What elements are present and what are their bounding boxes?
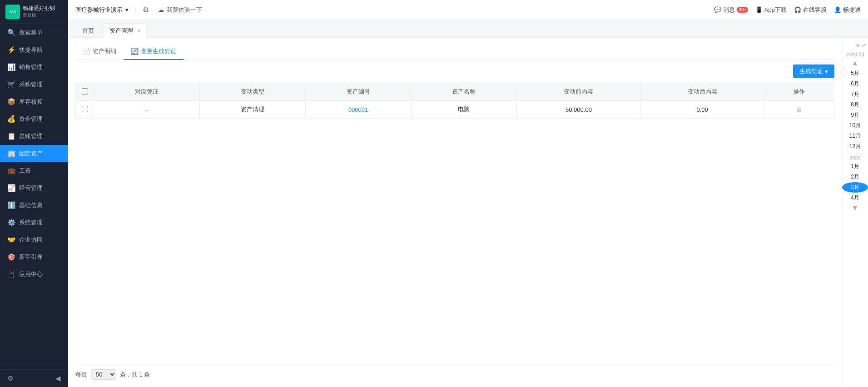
month-item[interactable]: 7月 [842, 89, 868, 99]
sidebar-label-salary: 工资 [19, 167, 31, 175]
logo-sub: 普及版 [23, 12, 55, 19]
month-item[interactable]: 4月 [842, 193, 868, 203]
sidebar-item-salary[interactable]: 💼 工资 [0, 162, 68, 179]
user-btn[interactable]: 👤 畅捷通 [834, 6, 861, 14]
company-chevron-icon: ▾ [125, 6, 129, 13]
topbar: 医疗器械行业演示 ▾ | ⚙ ☁ 我要体验一下 💬 消息 99+ 📱 App下载… [68, 0, 868, 20]
user-label: 畅捷通 [843, 6, 861, 14]
sidebar-icon-sales: 📊 [7, 63, 15, 71]
row-checkbox-0[interactable] [82, 106, 88, 112]
month-item[interactable]: 11月 [842, 131, 868, 141]
sidebar-footer: ⚙ ◀ [0, 369, 68, 387]
company-selector[interactable]: 医疗器械行业演示 ▾ [75, 6, 129, 14]
messages-label: 消息 [723, 6, 735, 14]
sidebar-item-appcenter[interactable]: 📱 应用中心 [0, 266, 68, 283]
topbar-right: 💬 消息 99+ 📱 App下载 🎧 在线客服 👤 畅捷通 [714, 6, 861, 14]
right-panel-nav-down[interactable]: ▼ [842, 203, 868, 213]
col-checkbox [76, 83, 94, 101]
support-label: 在线客服 [803, 6, 827, 14]
experience-btn[interactable]: ☁ 我要体验一下 [158, 6, 202, 14]
sidebar-label-inventory: 库存核算 [19, 98, 43, 106]
sub-tab-change[interactable]: 🔄 变更生成凭证 [124, 44, 184, 60]
tab-home[interactable]: 首页 [75, 24, 101, 38]
sidebar-item-inventory[interactable]: 📦 库存核算 [0, 93, 68, 110]
sidebar-label-purchase: 采购管理 [19, 80, 43, 89]
messages-btn[interactable]: 💬 消息 99+ [714, 6, 748, 14]
settings-icon[interactable]: ⚙ [7, 374, 13, 382]
month-item[interactable]: 3月 [842, 182, 868, 193]
table-body: -- 资产清理 000001 电脑 50,000.00 0.00 🗑 [76, 101, 834, 119]
sidebar-item-basic[interactable]: ℹ️ 基础信息 [0, 197, 68, 214]
month-item[interactable]: 9月 [842, 110, 868, 120]
sidebar-label-basic: 基础信息 [19, 201, 43, 209]
tabs-bar: 首页 资产管理 × [68, 20, 868, 38]
sidebar-icon-salary: 💼 [7, 167, 15, 175]
month-item[interactable]: 2月 [842, 172, 868, 182]
app-download-btn[interactable]: 📱 App下载 [755, 6, 787, 14]
month-item[interactable]: 10月 [842, 120, 868, 131]
topbar-sep1: | [135, 6, 136, 13]
support-btn[interactable]: 🎧 在线客服 [794, 6, 827, 14]
select-all-checkbox[interactable] [82, 88, 88, 94]
per-page-select[interactable]: 102050100 [91, 369, 116, 380]
generate-voucher-button[interactable]: 生成凭证 ▾ [793, 64, 834, 78]
messages-badge: 99+ [737, 7, 748, 13]
delete-row-icon[interactable]: 🗑 [796, 106, 802, 113]
sidebar-label-system: 系统管理 [19, 218, 43, 227]
month-item[interactable]: 1月 [842, 161, 868, 172]
sidebar-icon-ledger: 📋 [7, 132, 15, 140]
tab-asset-management[interactable]: 资产管理 × [103, 24, 147, 38]
detail-icon: 📄 [83, 48, 90, 55]
right-panel-close-icon[interactable]: × [856, 42, 860, 49]
sidebar-label-quicknav: 快捷导航 [19, 46, 43, 54]
row-before: 50,000.00 [517, 101, 640, 119]
right-panel-header: × ⤢ [842, 40, 868, 51]
sidebar-item-collab[interactable]: 🤝 企业协同 [0, 231, 68, 248]
topbar-settings-icon[interactable]: ⚙ [143, 5, 149, 14]
sidebar-label-appcenter: 应用中心 [19, 270, 43, 278]
sidebar-item-guide[interactable]: 🎯 新手引导 [0, 248, 68, 266]
months-after-divider: 1月2月3月4月 [842, 161, 868, 203]
main-container: 医疗器械行业演示 ▾ | ⚙ ☁ 我要体验一下 💬 消息 99+ 📱 App下载… [68, 0, 868, 387]
right-panel-expand-icon[interactable]: ⤢ [862, 42, 866, 49]
app-label: App下载 [764, 6, 787, 14]
month-item[interactable]: 12月 [842, 141, 868, 152]
sidebar-item-funds[interactable]: 💰 资金管理 [0, 110, 68, 128]
generate-chevron-icon: ▾ [825, 68, 828, 75]
asset-panel: 📄 资产明细 🔄 变更生成凭证 生成凭证 ▾ [68, 38, 842, 387]
month-item[interactable]: 8月 [842, 99, 868, 110]
change-label: 变更生成凭证 [141, 47, 176, 55]
total-label: 条，共 1 条 [120, 371, 150, 379]
sidebar-label-operations: 经营管理 [19, 184, 43, 192]
sidebar-item-system[interactable]: ⚙️ 系统管理 [0, 214, 68, 231]
col-action: 操作 [764, 83, 834, 101]
sidebar-item-sales[interactable]: 📊 销售管理 [0, 59, 68, 76]
sidebar-item-search[interactable]: 🔍 搜索菜单 [0, 24, 68, 41]
sidebar-label-collab: 企业协同 [19, 236, 43, 244]
sidebar-icon-guide: 🎯 [7, 253, 15, 261]
company-name: 医疗器械行业演示 [75, 6, 123, 14]
logo-text: 畅捷通好业财 [23, 5, 55, 12]
sidebar-label-assets: 固定资产 [19, 149, 43, 158]
month-item[interactable]: 6月 [842, 79, 868, 89]
tab-asset-close[interactable]: × [138, 28, 140, 34]
right-panel-nav-up[interactable]: ▲ [842, 58, 868, 68]
sub-tabs: 📄 资产明细 🔄 变更生成凭证 [75, 44, 834, 60]
month-item[interactable]: 5月 [842, 68, 868, 79]
logo-icon: AtA [5, 5, 20, 19]
app-icon: 📱 [755, 6, 763, 13]
sidebar-item-ledger[interactable]: 📋 总账管理 [0, 128, 68, 145]
collapse-icon[interactable]: ◀ [55, 374, 61, 382]
table-wrapper: 对应凭证 变动类型 资产编号 资产名称 变动前内容 变动后内容 操作 - [75, 83, 834, 364]
sidebar-icon-assets: 🏢 [7, 149, 15, 158]
sub-tab-detail[interactable]: 📄 资产明细 [75, 44, 124, 60]
year-divider [844, 153, 866, 153]
sidebar-item-operations[interactable]: 📈 经营管理 [0, 179, 68, 197]
sidebar-item-purchase[interactable]: 🛒 采购管理 [0, 76, 68, 93]
sidebar-label-funds: 资金管理 [19, 115, 43, 123]
asset-table: 对应凭证 变动类型 资产编号 资产名称 变动前内容 变动后内容 操作 - [75, 83, 834, 119]
row-after: 0.00 [640, 101, 764, 119]
user-avatar-icon: 👤 [834, 6, 841, 13]
sidebar-item-assets[interactable]: 🏢 固定资产 [0, 145, 68, 162]
sidebar-item-quicknav[interactable]: ⚡ 快捷导航 [0, 41, 68, 59]
